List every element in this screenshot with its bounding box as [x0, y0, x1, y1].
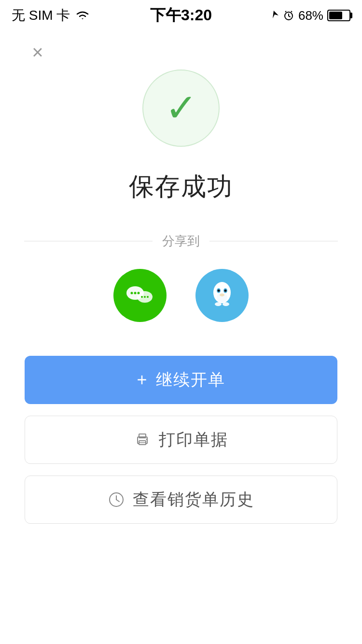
- share-icons: [113, 269, 249, 322]
- status-bar: 无 SIM 卡 下午3:20 68%: [0, 0, 362, 31]
- svg-point-26: [146, 439, 148, 440]
- location-icon: [268, 10, 279, 21]
- status-left: 无 SIM 卡: [12, 6, 90, 25]
- svg-point-11: [144, 296, 146, 298]
- wechat-logo-icon: [125, 282, 155, 308]
- share-divider-row: 分享到: [0, 233, 362, 250]
- svg-line-3: [285, 11, 286, 12]
- printer-icon: [134, 431, 151, 448]
- qq-logo-icon: [208, 279, 236, 312]
- svg-point-21: [217, 293, 227, 302]
- checkmark-icon: ✓: [165, 89, 197, 127]
- close-icon: ×: [32, 42, 43, 62]
- history-button[interactable]: 查看销货单历史: [25, 476, 337, 524]
- svg-point-19: [215, 302, 222, 306]
- share-label: 分享到: [153, 233, 209, 250]
- battery-percent: 68%: [298, 8, 323, 23]
- svg-point-12: [147, 296, 149, 298]
- svg-point-9: [138, 292, 140, 294]
- carrier-text: 无 SIM 卡: [12, 6, 70, 25]
- success-title: 保存成功: [129, 170, 233, 204]
- continue-button[interactable]: + 继续开单: [25, 356, 337, 404]
- continue-icon: +: [137, 370, 148, 390]
- divider-right: [209, 241, 338, 241]
- print-button[interactable]: 打印单据: [25, 416, 337, 464]
- svg-point-10: [141, 296, 143, 298]
- history-label: 查看销货单历史: [133, 489, 254, 511]
- svg-point-8: [134, 292, 137, 294]
- svg-point-17: [224, 290, 227, 292]
- action-buttons: + 继续开单 打印单据 查看销货单历史: [25, 356, 337, 524]
- continue-label: 继续开单: [156, 369, 225, 391]
- svg-point-20: [223, 302, 229, 306]
- battery-icon: [327, 10, 350, 21]
- qq-share-button[interactable]: [195, 269, 249, 322]
- divider-left: [24, 241, 153, 241]
- svg-line-29: [116, 500, 119, 502]
- alarm-icon: [283, 10, 294, 21]
- success-circle: ✓: [142, 70, 220, 147]
- main-content: ✓ 保存成功 分享到: [0, 31, 362, 524]
- wechat-share-button[interactable]: [113, 269, 167, 322]
- status-right: 68%: [268, 8, 350, 23]
- svg-line-4: [291, 11, 292, 12]
- share-section: 分享到: [0, 233, 362, 322]
- print-label: 打印单据: [159, 429, 228, 451]
- svg-point-15: [218, 290, 220, 292]
- wifi-icon: [75, 10, 90, 21]
- close-button[interactable]: ×: [24, 39, 51, 66]
- status-time: 下午3:20: [150, 5, 212, 26]
- clock-icon: [108, 491, 125, 508]
- svg-line-2: [289, 16, 290, 17]
- svg-point-7: [131, 292, 133, 294]
